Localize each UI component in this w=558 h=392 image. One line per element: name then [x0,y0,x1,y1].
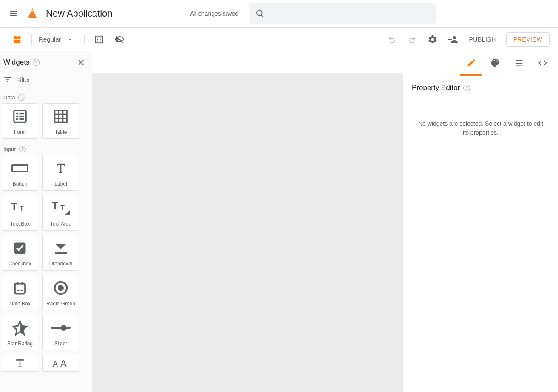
pencil-icon [467,58,476,68]
svg-point-36 [17,290,19,291]
svg-rect-35 [22,282,23,285]
tab-code[interactable] [532,52,554,76]
filter-input[interactable]: Filter [0,73,92,90]
svg-point-7 [99,37,99,38]
search-icon [255,9,265,18]
svg-rect-26 [12,165,28,172]
undo-icon[interactable] [384,32,399,47]
widget-more[interactable]: AA [42,355,79,372]
text-t-icon [14,355,26,371]
svg-point-6 [97,37,98,38]
help-icon[interactable]: ? [18,94,25,101]
widget-label[interactable]: Label [42,155,79,191]
datebox-icon [12,275,28,301]
palette-icon [490,58,500,68]
close-icon[interactable] [75,56,88,69]
svg-point-38 [21,290,23,291]
svg-rect-32 [55,252,67,254]
main-area: Widgets ? Filter Data ? Form [0,51,558,392]
appmaker-logo[interactable] [24,5,41,22]
visibility-off-icon[interactable] [112,32,127,47]
editor-toolbar: Regular PUBLISH PREVIEW [0,28,558,51]
svg-point-40 [58,285,64,291]
table-icon [53,104,69,129]
design-canvas[interactable] [92,51,403,392]
widgets-panel-title: Widgets [3,58,29,67]
widget-more[interactable] [2,355,38,372]
menu-icon[interactable] [3,3,24,24]
slider-icon [50,315,71,341]
border-box-icon[interactable] [91,32,107,47]
filter-label: Filter [16,76,30,83]
label-t-icon [54,155,68,181]
svg-text:T: T [52,200,58,212]
svg-text:T: T [11,201,17,212]
svg-rect-19 [16,118,18,120]
widget-textarea[interactable]: TT Text Area [42,195,79,231]
radiogroup-icon [53,275,69,301]
svg-rect-4 [17,39,20,42]
search-input[interactable] [249,3,436,24]
help-icon[interactable]: ? [463,85,470,91]
help-icon[interactable]: ? [33,59,40,66]
svg-point-0 [31,10,34,12]
widget-button[interactable]: Button [2,155,38,191]
widgets-section-data: Data ? [0,90,92,103]
widget-slider[interactable]: Slider [42,315,79,350]
widget-table[interactable]: Table [42,103,79,139]
list-icon [514,58,524,68]
tab-style[interactable] [484,52,506,76]
widget-radiogroup[interactable]: Radio Group [42,275,79,310]
svg-rect-17 [16,116,18,117]
svg-text:A: A [53,360,58,368]
widgets-panel: Widgets ? Filter Data ? Form [0,51,92,392]
widget-dropdown[interactable]: Dropdown [42,235,79,271]
preview-button[interactable]: PREVIEW [506,32,550,47]
save-status: All changes saved [190,10,238,17]
textbox-icon: TT [10,195,30,221]
settings-gear-icon[interactable] [425,32,440,47]
svg-rect-21 [55,110,67,123]
property-editor-title: Property Editor [412,84,460,92]
svg-rect-3 [14,39,17,42]
canvas-body[interactable] [92,73,403,392]
widget-starrating[interactable]: Star Rating [2,315,38,350]
caret-down-icon [66,36,74,43]
svg-rect-5 [95,36,102,43]
svg-point-9 [97,39,98,40]
svg-point-11 [97,40,98,41]
widget-datebox[interactable]: Date Box [2,275,38,310]
svg-rect-33 [15,284,25,294]
button-icon [11,155,29,181]
toolbar-divider [31,34,32,45]
layout-mode-select[interactable]: Regular [39,36,74,43]
star-icon [12,315,28,341]
svg-rect-16 [19,113,24,114]
svg-rect-18 [19,116,24,117]
tab-events[interactable] [508,52,530,76]
svg-rect-20 [19,118,24,120]
svg-point-42 [61,325,67,331]
tab-properties[interactable] [460,52,482,76]
redo-icon[interactable] [405,32,420,47]
svg-point-12 [99,40,99,41]
svg-rect-15 [16,113,18,114]
publish-button[interactable]: PUBLISH [463,33,502,46]
textarea-icon: TT [51,195,71,221]
text-style-icon: AA [53,355,69,371]
widget-checkbox[interactable]: Checkbox [2,235,38,271]
filter-icon [3,75,12,84]
layout-mode-label: Regular [39,36,61,43]
svg-point-37 [19,290,21,291]
form-icon [12,104,28,129]
share-person-add-icon[interactable] [445,32,461,47]
widget-form[interactable]: Form [2,103,38,139]
toolbar-divider [84,34,85,45]
widgets-mode-icon[interactable] [9,32,25,47]
svg-rect-34 [17,282,19,285]
svg-text:T: T [60,204,65,212]
help-icon[interactable]: ? [19,146,26,152]
widget-textbox[interactable]: TT Text Box [2,195,38,231]
app-title[interactable]: New Application [46,8,113,19]
svg-point-8 [100,37,101,38]
